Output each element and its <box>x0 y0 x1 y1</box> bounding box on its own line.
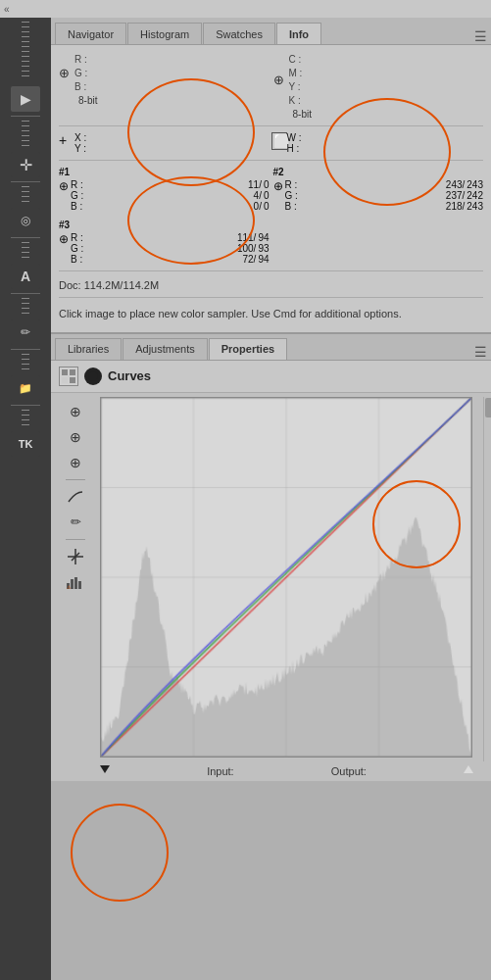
divider-3 <box>59 270 483 271</box>
s2-g-left: 237/ <box>446 190 465 201</box>
s3-g-label: G : <box>71 243 84 254</box>
k-label: K : <box>289 94 307 108</box>
s2-g-label: G : <box>285 190 299 201</box>
cmyk-labels: C : M : Y : K : <box>289 53 307 108</box>
cmyk-bitdepth: 8-bit <box>273 109 484 120</box>
ruler-mid1 <box>22 121 29 150</box>
tool-divider-6 <box>11 405 40 406</box>
pen-tool[interactable]: ✏ <box>11 319 40 345</box>
svg-rect-1 <box>70 369 75 375</box>
s3-b-label: B : <box>71 254 84 265</box>
sampler2-id: #2 <box>273 167 284 177</box>
x-label: X : <box>74 132 92 143</box>
arrow-tool[interactable]: ▶ <box>11 86 40 112</box>
tool-divider-2 <box>11 181 40 182</box>
s1-g-left: 4/ <box>254 190 262 201</box>
curves-tools: ⊕ ⊕ ⊕ ✏ <box>51 393 100 782</box>
tab-properties[interactable]: Properties <box>209 338 287 360</box>
ruler-top <box>22 22 29 80</box>
tab-navigator[interactable]: Navigator <box>55 23 126 44</box>
curves-scrollbar[interactable] <box>483 397 491 762</box>
help-text: Click image to place new color sampler. … <box>59 302 483 326</box>
output-label: Output: <box>331 765 367 777</box>
svg-rect-10 <box>78 581 81 589</box>
histogram-icon: ⚠ <box>67 575 84 589</box>
svg-rect-3 <box>70 377 75 383</box>
sampler3-eyedropper: ⊕ <box>59 232 69 246</box>
bottom-panel-menu-icon[interactable]: ☰ <box>474 344 487 360</box>
cmyk-section: ⊕ C : M : Y : K : 8-bit <box>273 51 484 122</box>
white-point-marker[interactable] <box>464 765 473 773</box>
panel-tab-bar-2: Libraries Adjustments Properties ☰ <box>51 333 491 361</box>
ruler-mid3 <box>22 242 29 262</box>
curves-target-tool[interactable] <box>65 546 86 567</box>
curves-canvas[interactable] <box>100 397 472 759</box>
tab-adjustments[interactable]: Adjustments <box>123 338 208 360</box>
coord-row: + X : Y : ⬜ W : H : <box>59 130 483 156</box>
target-icon <box>68 549 83 564</box>
s1-g-right: 0 <box>264 190 270 201</box>
sampler-1: #1 ⊕ R : G : B : 11/ 0 <box>59 165 270 214</box>
panel-menu-icon[interactable]: ☰ <box>474 28 487 44</box>
divider-1 <box>59 125 483 126</box>
curves-curve-tool[interactable] <box>65 486 86 508</box>
s3-g-right: 93 <box>258 243 269 254</box>
samplers-row1: #1 ⊕ R : G : B : 11/ 0 <box>59 165 483 214</box>
collapse-icon[interactable]: « <box>4 4 10 15</box>
info-body: ⊕ R : G : B : 8-bit ⊕ C : <box>51 45 491 332</box>
s2-g-right: 242 <box>466 190 483 201</box>
curves-eyedropper1[interactable]: ⊕ <box>65 401 86 422</box>
tool-divider-1 <box>11 116 40 117</box>
tab-libraries[interactable]: Libraries <box>55 338 122 360</box>
eyedropper-icon-2: ⊕ <box>273 72 289 89</box>
s2-b-left: 218/ <box>446 201 465 212</box>
curve-icon <box>67 490 84 504</box>
s2-b-label: B : <box>285 201 299 212</box>
panel-tab-bar-1: Navigator Histogram Swatches Info ☰ <box>51 18 491 45</box>
s2-r-left: 243/ <box>446 179 465 190</box>
sampler2-eyedropper: ⊕ <box>273 179 283 193</box>
select-tool[interactable]: ◎ <box>11 208 40 233</box>
curves-histogram-tool[interactable]: ⚠ <box>65 571 86 593</box>
tab-swatches[interactable]: Swatches <box>203 23 275 44</box>
tk-tool[interactable]: TK <box>11 431 40 457</box>
y-label: Y : <box>289 80 307 94</box>
tool-separator <box>66 479 85 480</box>
black-point-marker[interactable] <box>100 765 110 773</box>
rgb-labels: R : G : B : <box>74 53 92 94</box>
scroll-thumb[interactable] <box>485 398 491 417</box>
sampler-4-empty <box>273 218 484 267</box>
sampler1-eyedropper: ⊕ <box>59 179 69 193</box>
sampler-3: #3 ⊕ R : G : B : 111/ 94 <box>59 218 270 267</box>
info-panel: Navigator Histogram Swatches Info ☰ ⊕ R … <box>51 18 491 333</box>
divider-2 <box>59 160 483 161</box>
tool-separator-2 <box>66 539 85 540</box>
ruler-mid5 <box>22 354 29 373</box>
curves-pencil-tool[interactable]: ✏ <box>65 512 86 533</box>
rgb-bitdepth: 8-bit <box>59 95 270 106</box>
curves-header: Curves <box>51 361 491 393</box>
curves-chart-wrapper: Input: Output: <box>100 393 491 782</box>
curves-mode-icon <box>84 368 102 385</box>
left-sidebar: ▶ ✛ ◎ A ✏ 📁 TK <box>0 18 51 980</box>
wh-section: ⬜ W : H : <box>271 130 484 156</box>
wh-labels: W : H : <box>287 132 305 154</box>
curves-chart-container <box>100 397 483 762</box>
xy-section: + X : Y : <box>59 130 271 156</box>
samplers-row2: #3 ⊕ R : G : B : 111/ 94 <box>59 218 483 267</box>
type-tool[interactable]: A <box>11 264 40 289</box>
sampler-2: #2 ⊕ R : G : B : 243/ 243 <box>273 165 484 214</box>
folder-tool[interactable]: 📁 <box>11 375 40 401</box>
doc-info: Doc: 114.2M/114.2M <box>59 275 483 293</box>
wh-icon: ⬜ <box>271 132 287 150</box>
ruler-mid2 <box>22 186 29 206</box>
curves-eyedropper2[interactable]: ⊕ <box>65 426 86 448</box>
tab-info[interactable]: Info <box>276 23 321 44</box>
s3-g-left: 100/ <box>237 243 256 254</box>
curves-eyedropper3[interactable]: ⊕ <box>65 452 86 473</box>
s1-r-left: 11/ <box>248 179 262 190</box>
s3-r-left: 111/ <box>237 232 256 243</box>
tab-histogram[interactable]: Histogram <box>127 23 202 44</box>
s1-r-right: 0 <box>264 179 270 190</box>
move-tool[interactable]: ✛ <box>11 152 40 177</box>
